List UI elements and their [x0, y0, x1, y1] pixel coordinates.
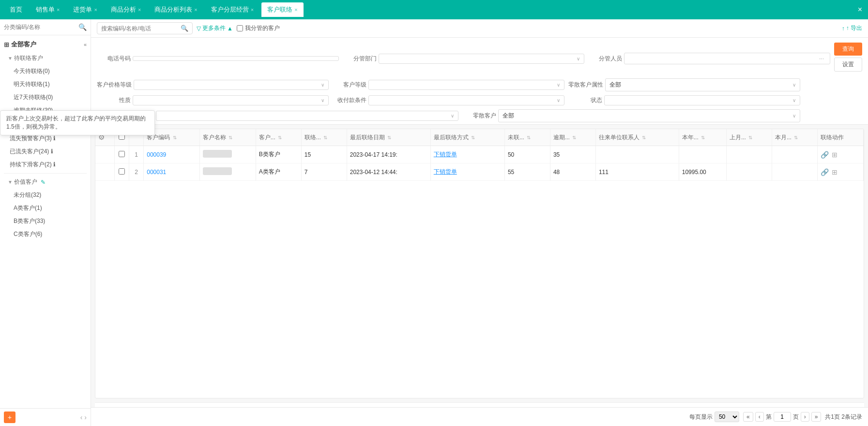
first-page-button[interactable]: « [743, 412, 753, 422]
sidebar-add-button[interactable]: + [4, 411, 15, 423]
my-customers-check-input[interactable] [237, 25, 243, 31]
manager-ellipsis[interactable]: ··· [624, 53, 830, 64]
sort-icon-last-month[interactable]: ⇅ [748, 135, 752, 140]
row2-code[interactable]: 000031 [144, 163, 200, 181]
retail-customer-dropdown[interactable]: 全部 ∨ [498, 109, 801, 122]
sort-icon-person[interactable]: ⇅ [642, 135, 646, 140]
row1-link-icon[interactable]: 🔗 [821, 151, 829, 159]
sidebar-search-icon[interactable]: 🔍 [78, 23, 87, 31]
row2-link-icon[interactable]: 🔗 [821, 168, 829, 176]
name-col-header[interactable]: 客户名称 ⇅ [199, 129, 256, 146]
nav-item-customer-contact[interactable]: 客户联络 × [261, 2, 303, 17]
sidebar-item-a-class[interactable]: A类客户(1) [4, 202, 91, 215]
last-page-button[interactable]: » [811, 412, 822, 422]
row2-grid-icon[interactable]: ⊞ [832, 168, 838, 176]
sidebar-collapse-button[interactable]: « [84, 42, 87, 47]
nav-close-analysis-list[interactable]: × [194, 7, 197, 13]
customer-type-dropdown[interactable]: ∨ [156, 111, 458, 121]
dept-dropdown[interactable]: ∨ [379, 54, 585, 64]
my-customers-checkbox[interactable]: 我分管的客户 [237, 24, 280, 32]
row1-checkbox[interactable] [115, 146, 129, 163]
sort-icon-date[interactable]: ⇅ [387, 135, 391, 140]
sidebar-all-customers[interactable]: ⊞ 全部客户 « [0, 37, 91, 52]
edit-icon[interactable]: ✎ [41, 179, 46, 186]
sort-icon-year[interactable]: ⇅ [701, 135, 705, 140]
row1-method-link[interactable]: 下销货单 [434, 151, 457, 158]
row2-check-input[interactable] [119, 168, 125, 175]
sidebar-item-b-class[interactable]: B类客户(33) [4, 215, 91, 228]
overdue-col-header[interactable]: 逾期... ⇅ [550, 129, 595, 146]
sidebar-item-c-class[interactable]: C类客户(6) [4, 228, 91, 241]
sidebar-search-input[interactable] [4, 24, 76, 30]
next-page-button[interactable]: › [801, 412, 809, 422]
window-close-button[interactable]: × [858, 5, 862, 14]
phone-input[interactable] [133, 56, 339, 61]
sidebar-item-ungroup[interactable]: 未分组(32) [4, 189, 91, 202]
customer-level-dropdown[interactable]: ∨ [368, 80, 564, 90]
prev-page-button[interactable]: ‹ [755, 412, 764, 422]
sort-icon-code[interactable]: ⇅ [173, 135, 177, 140]
row2-last-method[interactable]: 下销货单 [430, 163, 504, 181]
sort-icon-method[interactable]: ⇅ [471, 135, 475, 140]
export-button[interactable]: ↑ ↑ 导出 [842, 24, 862, 32]
sidebar-item-tomorrow[interactable]: 明天待联络(1) [4, 78, 91, 91]
row2-name[interactable] [199, 163, 256, 181]
sidebar-pending-contact-title[interactable]: ▼ 待联络客户 [4, 52, 91, 65]
nav-item-sales[interactable]: 销售单 × [30, 2, 65, 17]
table-horizontal-scrollbar[interactable] [95, 402, 864, 407]
nav-item-analysis-list[interactable]: 商品分析列表 × [149, 2, 203, 17]
sidebar-item-declining[interactable]: 持续下滑客户(2) ℹ [0, 158, 91, 171]
nav-close-sales[interactable]: × [57, 7, 60, 13]
payment-dropdown[interactable]: ∨ [368, 95, 564, 105]
sort-icon-name[interactable]: ⇅ [228, 135, 232, 140]
sidebar-item-churned[interactable]: 已流失客户(24) ℹ [0, 145, 91, 158]
row2-method-link[interactable]: 下销货单 [434, 168, 457, 175]
row1-last-method[interactable]: 下销货单 [430, 146, 504, 163]
type-col-header[interactable]: 客户... ⇅ [256, 129, 301, 146]
settings-button[interactable]: 设置 [834, 58, 862, 72]
last-date-col-header[interactable]: 最后联络日期 ⇅ [347, 129, 430, 146]
nav-close-purchase[interactable]: × [94, 7, 97, 13]
nav-item-purchase[interactable]: 进货单 × [67, 2, 103, 17]
search-input[interactable] [101, 25, 179, 32]
row2-checkbox[interactable] [115, 163, 129, 181]
last-month-col-header[interactable]: 上月... ⇅ [726, 129, 772, 146]
nav-item-analysis[interactable]: 商品分析 × [105, 2, 147, 17]
row1-grid-icon[interactable]: ⊞ [832, 151, 838, 159]
sidebar-prev-icon[interactable]: ‹ [80, 413, 83, 421]
page-size-dropdown[interactable]: 20 50 100 [715, 411, 739, 422]
more-conditions-button[interactable]: ▽ 更多条件 ▲ [197, 24, 233, 32]
retail-attr-dropdown[interactable]: 全部 ∨ [605, 78, 800, 91]
this-year-col-header[interactable]: 本年... ⇅ [679, 129, 726, 146]
sort-icon-month[interactable]: ⇅ [794, 135, 798, 140]
sidebar-value-title[interactable]: ▼ 价值客户 ✎ [4, 176, 91, 189]
search-icon[interactable]: 🔍 [181, 25, 188, 32]
sort-icon-contact[interactable]: ⇅ [323, 135, 327, 140]
sidebar-item-7days[interactable]: 近7天待联络(0) [4, 91, 91, 104]
nav-close-customer-layer[interactable]: × [251, 7, 254, 13]
price-level-dropdown[interactable]: ∨ [134, 80, 329, 90]
contact-col-header[interactable]: 联络... ⇅ [301, 129, 347, 146]
sidebar-item-today[interactable]: 今天待联络(0) [4, 65, 91, 78]
current-page-input[interactable] [774, 412, 791, 422]
total-records-label: 共1页 2条记录 [825, 413, 862, 421]
query-button[interactable]: 查询 [834, 43, 862, 56]
row1-name[interactable] [199, 146, 256, 163]
nature-dropdown[interactable]: ∨ [133, 95, 329, 105]
row1-actions: 🔗 ⊞ [817, 146, 863, 163]
this-month-col-header[interactable]: 本月... ⇅ [772, 129, 817, 146]
contact-person-col-header[interactable]: 往来单位联系人 ⇅ [595, 129, 679, 146]
sort-icon-type[interactable]: ⇅ [278, 135, 282, 140]
nav-close-customer-contact[interactable]: × [294, 7, 297, 13]
unlink-col-header[interactable]: 未联... ⇅ [504, 129, 550, 146]
row1-check-input[interactable] [119, 151, 125, 157]
sort-icon-overdue[interactable]: ⇅ [572, 135, 576, 140]
status-dropdown[interactable]: ∨ [604, 95, 800, 105]
sort-icon-unlink[interactable]: ⇅ [527, 135, 531, 140]
nav-close-analysis[interactable]: × [138, 7, 141, 13]
nav-item-customer-layer[interactable]: 客户分层经营 × [205, 2, 259, 17]
sidebar-next-icon[interactable]: › [84, 413, 87, 421]
last-method-col-header[interactable]: 最后联络方式 ⇅ [430, 129, 504, 146]
nav-item-home[interactable]: 首页 [4, 2, 28, 17]
row1-code[interactable]: 000039 [144, 146, 200, 163]
